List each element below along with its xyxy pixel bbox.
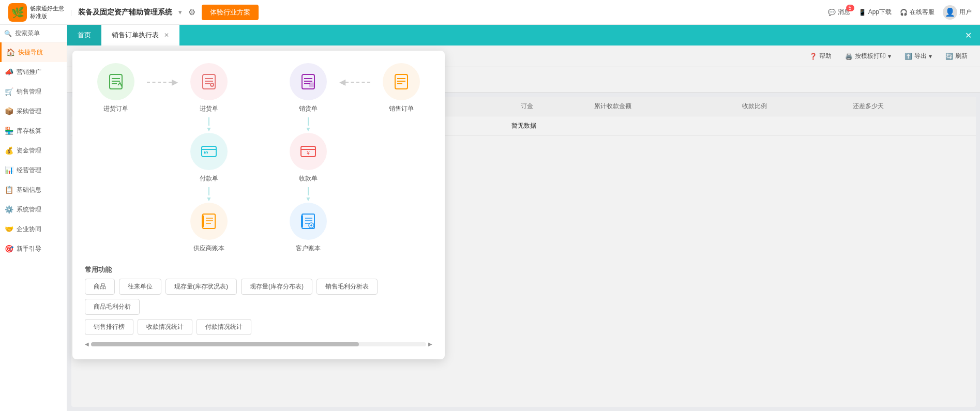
tab-sales-order[interactable]: 销售订单执行表 ✕ bbox=[101, 25, 179, 45]
tab-sales-order-label: 销售订单执行表 bbox=[112, 31, 159, 40]
basic-icon: 📋 bbox=[4, 185, 13, 194]
flow-node-sales-bill[interactable]: 销货单 bbox=[277, 63, 339, 113]
sidebar-item-quick-nav[interactable]: 🏠 快捷导航 bbox=[0, 42, 67, 62]
settings-icon[interactable]: ⚙ bbox=[188, 7, 195, 17]
sidebar-item-label: 企业协同 bbox=[17, 225, 41, 234]
scroll-right-icon[interactable]: ▶ bbox=[428, 341, 432, 347]
sidebar-item-label: 经营管理 bbox=[17, 166, 41, 175]
sidebar-item-finance[interactable]: 💰 资金管理 bbox=[0, 141, 67, 160]
func-btn-sales-profit[interactable]: 销售毛利分析表 bbox=[316, 279, 378, 295]
scrollbar-thumb bbox=[91, 342, 359, 346]
func-btn-stock-dist[interactable]: 现存量(库存分布表) bbox=[241, 279, 312, 295]
flow-node-payment[interactable]: ¥ 付款单 bbox=[178, 133, 240, 183]
app-wrapper: 🌿 畅康通好生意 标准版 | 装备及固定资产辅助管理系统 ▾ ⚙ 体验行业方案 … bbox=[0, 0, 980, 411]
top-bar-right: 💬 消息 5 📱 App下载 🎧 在线客服 👤 用户 bbox=[828, 5, 972, 20]
supplier-ledger-circle bbox=[190, 203, 228, 240]
flow-node-supplier-ledger[interactable]: 供应商账本 bbox=[178, 203, 240, 253]
sidebar-item-basic[interactable]: 📋 基础信息 bbox=[0, 180, 67, 200]
scrollbar-track[interactable] bbox=[91, 342, 426, 346]
sidebar-item-marketing[interactable]: 📣 营销推广 bbox=[0, 62, 67, 82]
arrow-2: ◀ bbox=[339, 77, 370, 99]
purchase-bill-label: 进货单 bbox=[200, 104, 218, 113]
func-btn-product-profit[interactable]: 商品毛利分析 bbox=[85, 299, 140, 315]
logo-text: 畅康通好生意 标准版 bbox=[30, 5, 64, 20]
top-bar-left: 🌿 畅康通好生意 标准版 | 装备及固定资产辅助管理系统 ▾ ⚙ 体验行业方案 bbox=[8, 3, 259, 22]
arrow-down-purchase: ▼ bbox=[178, 117, 240, 133]
func-btn-stock-status[interactable]: 现存量(库存状况表) bbox=[165, 279, 237, 295]
sales-order-label: 销售订单 bbox=[389, 104, 414, 113]
flow-node-purchase-bill[interactable]: 进货单 bbox=[178, 63, 240, 113]
app-download-label: App下载 bbox=[868, 8, 892, 17]
func-buttons-row2: 销售排行榜 收款情况统计 付款情况统计 bbox=[85, 319, 432, 335]
sidebar-item-label: 快捷导航 bbox=[18, 48, 43, 57]
search-menu-item[interactable]: 🔍 搜索菜单 bbox=[0, 25, 67, 42]
purchase-bill-icon bbox=[200, 72, 218, 91]
purchase-order-label: 进货订单 bbox=[103, 104, 128, 113]
purchase-order-circle bbox=[97, 63, 134, 100]
user-item[interactable]: 👤 用户 bbox=[943, 5, 972, 20]
newbie-icon: 🎯 bbox=[4, 244, 13, 253]
arrow-1: ▶ bbox=[147, 77, 178, 99]
main-area: 🔍 搜索菜单 🏠 快捷导航 📣 营销推广 🛒 销售管理 📦 bbox=[0, 25, 980, 411]
sales-bill-label: 销货单 bbox=[299, 104, 318, 113]
func-btn-receipt-stats[interactable]: 收款情况统计 bbox=[138, 319, 192, 335]
svg-rect-27 bbox=[203, 214, 215, 229]
customer-ledger-circle bbox=[290, 203, 327, 240]
flow-node-sales-order[interactable]: 销售订单 bbox=[370, 63, 432, 113]
func-btn-partner[interactable]: 往来单位 bbox=[119, 279, 161, 295]
receipt-label: 收款单 bbox=[299, 174, 318, 183]
purchase-bill-circle bbox=[190, 63, 228, 100]
arrow-down-payment: ▼ bbox=[178, 187, 240, 203]
customer-ledger-label: 客户账本 bbox=[296, 244, 321, 253]
sales-order-circle bbox=[383, 63, 420, 100]
svg-text:¥: ¥ bbox=[306, 150, 310, 156]
modal-scrollbar-area: ◀ ▶ bbox=[85, 341, 432, 347]
app-download-item[interactable]: 📱 App下载 bbox=[858, 8, 892, 17]
download-icon: 📱 bbox=[858, 9, 866, 16]
flow-node-receipt[interactable]: ¥ 收款单 bbox=[277, 133, 339, 183]
flow-node-purchase-order[interactable]: 进货订单 bbox=[85, 63, 147, 113]
logo-area: 🌿 畅康通好生意 标准版 bbox=[8, 3, 64, 22]
func-btn-payment-stats[interactable]: 付款情况统计 bbox=[197, 319, 251, 335]
tab-home-label: 首页 bbox=[78, 31, 91, 40]
func-btn-sales-rank[interactable]: 销售排行榜 bbox=[85, 319, 133, 335]
sidebar-item-operation[interactable]: 📊 经营管理 bbox=[0, 160, 67, 180]
flow-row-3: 供应商账本 bbox=[85, 203, 432, 253]
avatar: 👤 bbox=[943, 5, 957, 20]
message-badge: 5 bbox=[846, 5, 854, 11]
sidebar-item-inventory[interactable]: 🏪 库存核算 bbox=[0, 121, 67, 141]
sidebar-item-newbie[interactable]: 🎯 新手引导 bbox=[0, 239, 67, 258]
sidebar-item-sales[interactable]: 🛒 销售管理 bbox=[0, 82, 67, 101]
sidebar-menu: 🏠 快捷导航 📣 营销推广 🛒 销售管理 📦 采购管理 🏪 库存核 bbox=[0, 42, 67, 411]
sidebar-item-system[interactable]: ⚙️ 系统管理 bbox=[0, 200, 67, 219]
system-dropdown-icon[interactable]: ▾ bbox=[178, 8, 182, 16]
arrow-spacer4 bbox=[339, 117, 370, 133]
arrow-spacer5 bbox=[370, 117, 432, 133]
receipt-icon: ¥ bbox=[299, 142, 318, 161]
trial-button[interactable]: 体验行业方案 bbox=[202, 5, 259, 20]
svg-rect-28 bbox=[202, 215, 204, 227]
func-btn-product[interactable]: 商品 bbox=[85, 279, 115, 295]
arrow-spacer2 bbox=[147, 117, 178, 133]
svg-rect-15 bbox=[309, 83, 314, 87]
flow-diagram: 进货订单 ▶ bbox=[85, 63, 432, 257]
scroll-left-icon[interactable]: ◀ bbox=[85, 341, 89, 347]
online-service-item[interactable]: 🎧 在线客服 bbox=[900, 8, 934, 17]
supplier-ledger-icon bbox=[200, 212, 218, 231]
system-title: 装备及固定资产辅助管理系统 bbox=[78, 8, 172, 17]
tab-home[interactable]: 首页 bbox=[67, 25, 101, 45]
logo-line2: 标准版 bbox=[30, 12, 64, 20]
sales-icon: 🛒 bbox=[4, 87, 13, 96]
sidebar-item-enterprise[interactable]: 🤝 企业协同 bbox=[0, 219, 67, 239]
purchase-icon: 📦 bbox=[4, 106, 13, 116]
common-functions: 常用功能 商品 往来单位 现存量(库存状况表) 现存量(库存分布表) 销售毛利分… bbox=[85, 265, 432, 335]
svg-text:¥: ¥ bbox=[205, 150, 208, 155]
finance-icon: 💰 bbox=[4, 146, 13, 155]
sidebar-item-purchase[interactable]: 📦 采购管理 bbox=[0, 101, 67, 121]
online-service-label: 在线客服 bbox=[910, 8, 934, 17]
tab-close-icon[interactable]: ✕ bbox=[164, 32, 169, 39]
tab-bar-close-button[interactable]: ✕ bbox=[957, 31, 980, 40]
message-icon-item[interactable]: 💬 消息 5 bbox=[828, 8, 850, 17]
sales-bill-circle bbox=[290, 63, 327, 100]
flow-node-customer-ledger[interactable]: 客户账本 bbox=[277, 203, 339, 253]
